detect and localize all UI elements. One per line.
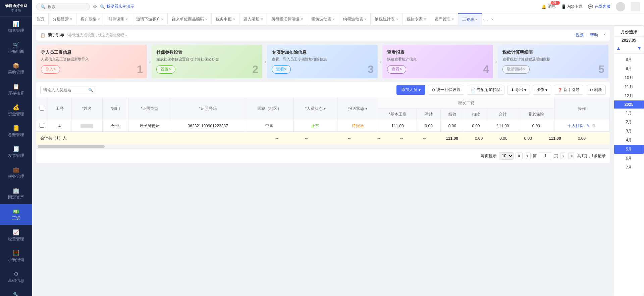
step-1-btn[interactable]: 导入>: [41, 65, 60, 74]
sidebar-item-purchase[interactable]: 📦 采购管理: [0, 58, 32, 79]
report-filter-icon[interactable]: ▾: [365, 106, 367, 111]
tab-close-assets[interactable]: ×: [452, 17, 454, 21]
month-down-button[interactable]: ▼: [637, 45, 642, 51]
tab-nav-prev[interactable]: ‹: [482, 17, 486, 22]
year-2025[interactable]: 2025: [614, 100, 644, 109]
month-7[interactable]: 7月: [614, 163, 644, 172]
month-up-button[interactable]: ▲: [616, 45, 621, 51]
sidebar-item-inventory[interactable]: 📋 库存核算: [0, 79, 32, 100]
month-4[interactable]: 4月: [614, 136, 644, 145]
tab-close-tax-report[interactable]: ×: [233, 17, 235, 21]
tab-close-tax-wave[interactable]: ×: [365, 17, 367, 21]
online-service-button[interactable]: 💬 在线客服: [588, 4, 610, 9]
tab-income-tax[interactable]: 所得税汇算清缴 ×: [267, 13, 307, 26]
topbar-search-box[interactable]: 🔍: [36, 3, 90, 10]
sidebar-item-finance[interactable]: 💰 资金管理: [0, 100, 32, 121]
tab-close-qingce[interactable]: ×: [261, 17, 263, 21]
last-page-button[interactable]: »: [568, 153, 575, 159]
page-size-select[interactable]: 10 20 50: [499, 152, 514, 160]
tab-tax-expert[interactable]: 税控专家 ×: [402, 13, 430, 26]
tab-tax-stat[interactable]: 纳税统计表 ×: [371, 13, 402, 26]
month-5[interactable]: 5月: [614, 145, 644, 154]
month-10[interactable]: 10月: [614, 73, 644, 82]
guide-help-link[interactable]: 帮助: [590, 32, 598, 38]
tab-nav-next[interactable]: ›: [486, 17, 490, 22]
tab-home[interactable]: 首页: [32, 13, 49, 26]
month-1[interactable]: 1月: [614, 109, 644, 118]
employee-search-wrap[interactable]: 🔍: [40, 86, 96, 94]
sidebar-item-assets[interactable]: 🏢 固定资产: [0, 183, 32, 204]
tab-close-tax-expert[interactable]: ×: [424, 17, 426, 21]
tab-close-salary[interactable]: ×: [476, 18, 478, 22]
next-page-button[interactable]: ›: [560, 153, 566, 159]
tab-salary[interactable]: 工资表 ×: [458, 13, 482, 26]
tab-close-income-tax[interactable]: ×: [301, 17, 303, 21]
row-checkbox[interactable]: [40, 123, 44, 128]
sidebar-item-expense[interactable]: 🧮 小畅报销: [0, 246, 32, 267]
month-3[interactable]: 3月: [614, 127, 644, 136]
user-avatar[interactable]: [616, 2, 625, 11]
month-2[interactable]: 2月: [614, 118, 644, 127]
step-5-btn[interactable]: 敬请期待>: [502, 65, 530, 74]
prev-page-button[interactable]: ‹: [525, 153, 531, 159]
tab-fengjingying[interactable]: 分层经营 ×: [49, 13, 76, 26]
tab-kehu[interactable]: 客户联络 ×: [76, 13, 104, 26]
status-filter-icon[interactable]: ▾: [324, 106, 326, 111]
demo-link[interactable]: 🔍 我要看实例演示: [100, 4, 135, 9]
sidebar-item-salary[interactable]: 💵 工资: [0, 204, 32, 225]
tab-tax-burden[interactable]: 税负波动表 ×: [307, 13, 339, 26]
first-page-button[interactable]: «: [516, 153, 523, 159]
step-2-btn[interactable]: 设置>: [156, 65, 175, 74]
scrollbar-thumb[interactable]: [38, 145, 105, 148]
step-4-btn[interactable]: 查看>: [387, 65, 406, 74]
tab-invite[interactable]: 邀请下游客户 ×: [132, 13, 168, 26]
delete-icon[interactable]: 🗑: [592, 123, 596, 128]
tab-close-yindao[interactable]: ×: [126, 17, 128, 21]
tab-tax-wave[interactable]: 纳税波动表 ×: [339, 13, 371, 26]
tab-product-code[interactable]: 往来单位商品编码 ×: [168, 13, 212, 26]
month-6[interactable]: 6月: [614, 154, 644, 163]
tab-close-invite[interactable]: ×: [162, 17, 164, 21]
guide-video-link[interactable]: 视频: [576, 32, 584, 38]
export-button[interactable]: ⬇ 导出 ▾: [507, 85, 530, 95]
tab-yindao[interactable]: 引导说明 ×: [104, 13, 132, 26]
message-button[interactable]: 🔔 消息 99+: [541, 4, 556, 9]
app-download-button[interactable]: 📱 App下载: [561, 4, 583, 9]
month-11[interactable]: 11月: [614, 82, 644, 91]
edit-icon[interactable]: ✎: [586, 123, 590, 128]
sidebar-item-invoice[interactable]: 🧾 发票管理: [0, 142, 32, 163]
tab-close-fengjingying[interactable]: ×: [70, 17, 72, 21]
tab-close-all[interactable]: ×: [490, 17, 495, 22]
sidebar-item-system[interactable]: 🔧 系统管理: [0, 288, 32, 296]
month-12[interactable]: 12月: [614, 91, 644, 100]
refresh-button[interactable]: ↻ 刷新: [586, 85, 606, 95]
sidebar-item-sales[interactable]: 📊 销售管理: [0, 17, 32, 38]
select-all-checkbox[interactable]: [40, 106, 44, 111]
sidebar-item-basic-info[interactable]: ⚙ 基础信息: [0, 267, 32, 288]
tab-qingce[interactable]: 进入清册 ×: [239, 13, 267, 26]
guide-button[interactable]: ❓ 新手引导: [554, 85, 583, 95]
sidebar-item-management[interactable]: 📈 经营管理: [0, 225, 32, 246]
tab-close-tax-burden[interactable]: ×: [333, 17, 335, 21]
horizontal-scrollbar[interactable]: [36, 144, 610, 149]
user-menu-button[interactable]: [631, 2, 640, 11]
special-deduction-button[interactable]: 📄 专项附加扣除: [467, 85, 504, 95]
step-3-btn[interactable]: 查看>: [272, 65, 291, 74]
employee-search-input[interactable]: [43, 88, 87, 92]
page-input[interactable]: 1: [539, 153, 552, 159]
topbar-settings-icon[interactable]: ⚙: [93, 3, 97, 10]
add-employee-button[interactable]: 添加人员 ▾: [396, 85, 425, 95]
sidebar-item-tax[interactable]: 💼 税务管理: [0, 163, 32, 183]
guide-close-icon[interactable]: ×: [603, 32, 606, 38]
sidebar-item-ledger[interactable]: 📒 总账管理: [0, 121, 32, 142]
tab-close-product-code[interactable]: ×: [205, 17, 207, 21]
operation-button[interactable]: 操作 ▾: [533, 85, 551, 95]
month-9[interactable]: 9月: [614, 64, 644, 73]
personal-social-btn[interactable]: 个人社保: [568, 123, 584, 128]
tab-close-kehu[interactable]: ×: [98, 17, 100, 21]
tab-close-tax-stat[interactable]: ×: [396, 17, 398, 21]
tab-assets[interactable]: 资产管理 ×: [430, 13, 458, 26]
sidebar-item-ecommerce[interactable]: 🛒 小畅电商: [0, 38, 32, 58]
tab-tax-report[interactable]: 税务申报 ×: [212, 13, 239, 26]
topbar-search-input[interactable]: [48, 4, 88, 9]
